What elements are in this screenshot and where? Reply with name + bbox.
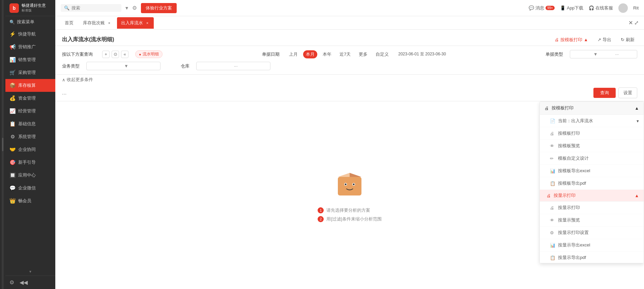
active-filter-tag[interactable]: ● 流水明细 — [135, 50, 163, 58]
search-menu-btn[interactable]: 🔍 搜索菜单 — [5, 16, 55, 28]
sidebar-item-purchase[interactable]: 🛒 采购管理 — [5, 66, 55, 79]
more-actions-btn[interactable]: ... — [62, 90, 66, 96]
sidebar-item-finance[interactable]: 💰 资金管理 — [5, 92, 55, 105]
date-option-this-year[interactable]: 本年 — [320, 50, 334, 58]
online-service-label: 在线客服 — [595, 5, 613, 11]
refresh-btn[interactable]: ↻ 刷新 — [618, 35, 637, 44]
sidebar-scroll-strip — [0, 0, 5, 289]
design-icon: ✏ — [550, 156, 555, 161]
setting-btn[interactable]: 设置 — [618, 87, 637, 98]
sidebar-item-app-center[interactable]: 🔲 应用中心 — [5, 169, 55, 182]
window-close-btn[interactable]: ✕ — [628, 20, 633, 26]
search-icon: 🔍 — [64, 5, 69, 10]
pdf-icon: 📋 — [550, 181, 555, 186]
sidebar-item-quick-nav[interactable]: ⚡ 快捷导航 — [5, 28, 55, 41]
export-btn[interactable]: ↗ 导出 — [595, 35, 614, 44]
app-download-label: App下载 — [567, 5, 583, 11]
date-option-this-month[interactable]: 本月 — [303, 50, 317, 58]
tab-home[interactable]: 首页 — [61, 18, 78, 28]
tab-close-btn[interactable]: × — [107, 21, 112, 25]
message-badge: 99+ — [546, 6, 555, 10]
printer-icon: 🖨 — [545, 106, 549, 111]
dp-template-custom-item[interactable]: ✏ 模板自定义设计 — [540, 152, 644, 165]
user-avatar[interactable] — [618, 3, 628, 13]
sidebar-item-enterprise-wechat[interactable]: 💬 企业微信 — [5, 182, 55, 194]
filter-add-btn[interactable]: + — [102, 51, 110, 58]
dp-display-preview-item[interactable]: 👁 按显示预览 — [540, 214, 644, 227]
footer-settings-btn[interactable]: ⚙ — [9, 279, 14, 286]
filter-settings-btn[interactable]: ⊙ — [112, 51, 119, 58]
chevron-up-icon2: ∧ — [62, 77, 65, 82]
print-template-btn[interactable]: 🖨 按模板打印 ▲ — [552, 35, 591, 44]
sidebar-item-label: 快捷导航 — [18, 31, 36, 37]
dp-display-print-label: 按显示打印 — [554, 192, 576, 199]
dp-template-pdf-item[interactable]: 📋 按模板导出pdf — [540, 177, 644, 190]
sidebar-item-marketing[interactable]: 📢 营销推广 — [5, 41, 55, 53]
sidebar-item-system[interactable]: ⚙ 系统管理 — [5, 130, 55, 143]
online-service-btn[interactable]: 🎧 在线客服 — [589, 5, 613, 11]
dp-display-excel-item[interactable]: 📊 按显示导出excel — [540, 239, 644, 252]
filter-label: 按以下方案查询 — [62, 51, 93, 57]
industry-solution-btn[interactable]: 体验行业方案 — [141, 3, 177, 13]
sidebar-item-basic[interactable]: 📋 基础信息 — [5, 117, 55, 130]
collapse-more-btn[interactable]: ∧ 收起更多条件 — [55, 75, 644, 85]
sidebar-item-enterprise[interactable]: 🤝 企业协同 — [5, 143, 55, 156]
query-btn[interactable]: 查询 — [593, 88, 616, 98]
main-area: 🔍 ▾ ⚙ 体验行业方案 💬 消息 99+ 📱 App下载 🎧 在线客服 Rit — [55, 0, 644, 289]
dp-display-pdf-item[interactable]: 📋 按显示导出pdf — [540, 252, 644, 263]
date-option-more[interactable]: 更多 — [356, 50, 370, 58]
tag-filter: ● 流水明细 — [135, 50, 163, 58]
purchase-icon: 🛒 — [9, 70, 16, 76]
business-type-select[interactable]: ▼ — [86, 62, 160, 70]
sidebar-item-inventory[interactable]: 📦 库存核算 — [5, 79, 55, 92]
doc-type-select[interactable]: ▼ ··· — [570, 50, 637, 58]
dp-template-excel-item[interactable]: 📊 按模板导出excel — [540, 165, 644, 177]
window-maximize-btn[interactable]: ⤢ — [634, 20, 639, 26]
step-2: 2 用[过滤]条件来缩小分析范围 — [318, 215, 381, 224]
box-flap-left — [338, 173, 350, 177]
dp-template-preview-item[interactable]: 👁 按模板预览 — [540, 140, 644, 152]
box-body — [338, 177, 361, 195]
dp-template-print-item[interactable]: 🖨 按模板打印 — [540, 127, 644, 140]
step-2-label: 用[过滤]条件来缩小分析范围 — [326, 215, 381, 224]
sidebar-item-operations[interactable]: 📈 经营管理 — [5, 105, 55, 117]
sidebar-item-member[interactable]: 👑 畅会员 — [5, 194, 55, 207]
preview-icon2: 👁 — [550, 218, 555, 223]
empty-svg — [333, 167, 367, 197]
sidebar-item-sales[interactable]: 📊 销售管理 — [5, 53, 55, 66]
dp-current-template[interactable]: 📄 当前：出入库流水 ▾ — [540, 115, 644, 127]
pdf-icon2: 📋 — [550, 255, 555, 260]
tab-label: 库存批次账 — [83, 20, 105, 26]
action-row: ... 查询 设置 — [55, 85, 644, 101]
dp-display-print-settings-item[interactable]: ⚙ 按显示打印设置 — [540, 227, 644, 239]
sidebar-item-guide[interactable]: 🎯 新手引导 — [5, 156, 55, 169]
dp-display-print-settings-label: 按显示打印设置 — [558, 230, 589, 236]
search-input[interactable] — [71, 5, 112, 10]
print-template-label: 按模板打印 — [560, 37, 582, 43]
date-option-custom[interactable]: 自定义 — [373, 50, 391, 58]
tab-batch-account[interactable]: 库存批次账 × — [79, 17, 116, 29]
date-option-last-month[interactable]: 上月 — [286, 50, 300, 58]
main-page-area: 1 请先选择要分析的方案 2 用[过滤]条件来缩小分析范围 🖨 按模板打印 — [55, 101, 644, 289]
app-download-btn[interactable]: 📱 App下载 — [560, 5, 583, 11]
dp-display-print-header[interactable]: 🖨 按显示打印 ▲ — [540, 190, 644, 202]
dp-template-custom-label: 模板自定义设计 — [558, 155, 589, 161]
sidebar-item-label: 新手引导 — [18, 159, 36, 165]
date-option-7days[interactable]: 近7天 — [337, 50, 353, 58]
dp-template-preview-label: 按模板预览 — [558, 143, 580, 149]
basic-icon: 📋 — [9, 121, 16, 127]
topbar-dropdown-btn[interactable]: ▾ — [125, 5, 128, 11]
dp-display-print-item[interactable]: 🖨 按显示打印 — [540, 202, 644, 214]
box-flap-right — [350, 173, 361, 177]
chevron-up-icon: ▲ — [584, 37, 588, 42]
topbar: 🔍 ▾ ⚙ 体验行业方案 💬 消息 99+ 📱 App下载 🎧 在线客服 Rit — [55, 0, 644, 16]
warehouse-select[interactable]: ··· — [196, 62, 270, 70]
filter-collapse-btn[interactable]: « — [121, 51, 128, 58]
footer-collapse-btn[interactable]: ◀◀ — [20, 279, 28, 286]
message-btn[interactable]: 💬 消息 99+ — [529, 5, 555, 11]
topbar-search-box[interactable]: 🔍 — [61, 4, 121, 12]
tab-inventory-flow[interactable]: 出入库流水 × — [117, 17, 154, 29]
tab-close-btn[interactable]: × — [145, 21, 150, 25]
dp-header-template-print[interactable]: 🖨 按模板打印 ▲ — [540, 102, 644, 115]
topbar-settings-btn[interactable]: ⚙ — [132, 5, 137, 11]
